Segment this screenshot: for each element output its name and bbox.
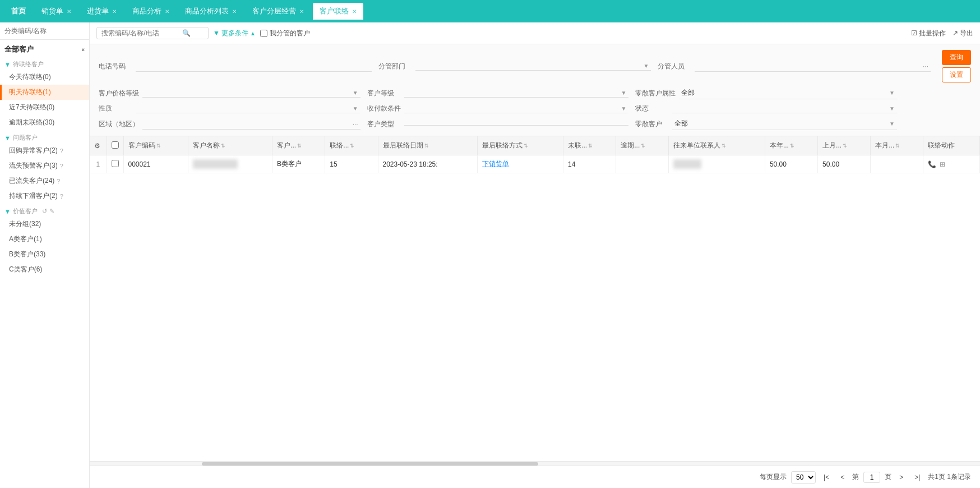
sidebar-item-class-a[interactable]: A类客户(1) [0, 232, 89, 247]
settings-button[interactable]: 设置 [942, 67, 971, 82]
sidebar-item-abnormal-repurchase[interactable]: 回购异常客户(2) ? [0, 143, 89, 158]
filter-actions: 查询 设置 [942, 50, 971, 82]
toolbar-right: ☑ 批量操作 ↗ 导出 [911, 29, 973, 38]
nav-close-icon[interactable]: ✕ [165, 8, 169, 15]
th-last-contact-date[interactable]: 最后联络日期 ⇅ [378, 136, 478, 155]
batch-icon: ☑ [911, 29, 917, 37]
th-this-year[interactable]: 本年... ⇅ [765, 136, 817, 155]
th-last-contact-method[interactable]: 最后联络方式 ⇅ [478, 136, 563, 155]
nav-close-icon[interactable]: ✕ [67, 8, 71, 15]
nature-field: 性质 ▼ [99, 104, 360, 113]
edit-icon[interactable]: ✎ [49, 208, 54, 215]
export-button[interactable]: ↗ 导出 [953, 29, 973, 38]
settings-icon: ⚙ [94, 142, 100, 150]
sidebar-item-7days-contact[interactable]: 近7天待联络(0) [0, 100, 89, 115]
th-uncontacted[interactable]: 未联... ⇅ [563, 136, 616, 155]
grid-icon[interactable]: ⊞ [940, 160, 945, 168]
search-icon[interactable]: 🔍 [182, 29, 191, 37]
nav-product-analysis[interactable]: 商品分析 ✕ [126, 3, 176, 20]
phone-icon[interactable]: 📞 [928, 160, 936, 168]
query-button[interactable]: 查询 [942, 50, 971, 65]
all-customers-header[interactable]: 全部客户 « [0, 40, 89, 57]
more-conditions-button[interactable]: ▼ 更多条件 ▲ [213, 29, 256, 38]
sidebar-item-loss-warning[interactable]: 流失预警客户(3) ? [0, 158, 89, 173]
retail-select[interactable]: 全部 ▼ [672, 118, 897, 130]
status-label: 状态 [635, 104, 669, 113]
th-settings[interactable]: ⚙ [90, 136, 107, 155]
page-size-select[interactable]: 50 [791, 471, 816, 484]
customer-level-label: 客户等级 [367, 89, 401, 98]
current-page-input[interactable] [863, 472, 880, 483]
status-select[interactable]: ▼ [672, 104, 897, 113]
th-name[interactable]: 客户名称 ⇅ [188, 136, 272, 155]
horizontal-scrollbar-area [90, 461, 980, 466]
th-last-month[interactable]: 上月... ⇅ [818, 136, 871, 155]
sort-icon: ⇅ [588, 143, 593, 149]
th-customer-type[interactable]: 客户... ⇅ [272, 136, 325, 155]
chevron-down-icon: ▼ [889, 105, 895, 112]
nav-customer-contact[interactable]: 客户联络 ✕ [313, 3, 363, 20]
customer-level-select[interactable]: ▼ [404, 89, 629, 98]
my-customers-checkbox-label[interactable]: 我分管的客户 [260, 29, 310, 38]
chevron-down-icon: ▼ [621, 105, 626, 112]
dept-select[interactable]: ▼ [415, 62, 651, 71]
th-checkbox[interactable] [107, 136, 123, 155]
row-checkbox[interactable] [112, 160, 119, 167]
phone-input[interactable] [136, 61, 372, 72]
nav-close-icon[interactable]: ✕ [352, 8, 357, 15]
next-page-button[interactable]: > [896, 472, 907, 482]
filter-row-1: 电话号码 分管部门 ▼ 分管人员 ··· 查询 设置 [99, 50, 971, 82]
last-page-button[interactable]: >| [911, 472, 923, 482]
more-icon: ··· [353, 120, 358, 128]
phone-field: 电话号码 [99, 61, 372, 72]
sort-icon: ⇅ [424, 143, 429, 149]
last-contact-method-cell[interactable]: 下销货单 [478, 155, 563, 173]
first-page-button[interactable]: |< [820, 472, 833, 482]
sidebar-item-overdue-contact[interactable]: 逾期未联络(30) [0, 115, 89, 130]
th-contact-count[interactable]: 联络... ⇅ [325, 136, 378, 155]
th-this-month[interactable]: 本月... ⇅ [871, 136, 923, 155]
nav-purchase-order[interactable]: 进货单 ✕ [80, 3, 123, 20]
payment-select[interactable]: ▼ [404, 104, 629, 113]
region-label: 区域（地区） [99, 119, 139, 129]
nav-customer-tier[interactable]: 客户分层经营 ✕ [246, 3, 311, 20]
sidebar-item-today-contact[interactable]: 今天待联络(0) [0, 70, 89, 85]
nav-close-icon[interactable]: ✕ [232, 8, 237, 15]
person-select[interactable]: ··· [695, 61, 931, 72]
nav-close-icon[interactable]: ✕ [299, 8, 304, 15]
sidebar-item-tomorrow-contact[interactable]: 明天待联络(1) [0, 85, 89, 100]
sidebar-item-class-b[interactable]: B类客户(33) [0, 247, 89, 262]
toolbar: 🔍 ▼ 更多条件 ▲ 我分管的客户 ☑ 批量操作 ↗ 导出 [90, 22, 980, 44]
contact-person-cell: 联系人 [669, 155, 765, 173]
sidebar-item-ungrouped[interactable]: 未分组(32) [0, 217, 89, 232]
nature-select[interactable]: ▼ [136, 104, 360, 113]
search-input[interactable] [101, 29, 180, 37]
sidebar-search-input[interactable] [4, 27, 89, 35]
nav-product-analysis-list[interactable]: 商品分析列表 ✕ [178, 3, 243, 20]
chevron-down-icon: ▼ [889, 121, 895, 127]
sidebar-item-lost-customers[interactable]: 已流失客户(24) ? [0, 173, 89, 188]
top-navigation: 首页 销货单 ✕ 进货单 ✕ 商品分析 ✕ 商品分析列表 ✕ 客户分层经营 ✕ … [0, 0, 980, 22]
sidebar-item-declining-customers[interactable]: 持续下滑客户(2) ? [0, 188, 89, 204]
select-all-checkbox[interactable] [112, 141, 119, 149]
refresh-icon[interactable]: ↺ [42, 208, 47, 215]
nav-home[interactable]: 首页 [4, 3, 33, 20]
th-code[interactable]: 客户编码 ⇅ [123, 136, 188, 155]
th-overdue[interactable]: 逾期... ⇅ [616, 136, 669, 155]
action-icons: 📞 ⊞ [928, 160, 975, 168]
customer-name-cell: 姓名数据 [188, 155, 272, 173]
contact-count-cell: 15 [325, 155, 378, 173]
prev-page-button[interactable]: < [837, 472, 848, 482]
nav-close-icon[interactable]: ✕ [112, 8, 117, 15]
region-select[interactable]: ··· [142, 119, 360, 130]
nav-sales-order[interactable]: 销货单 ✕ [35, 3, 78, 20]
price-level-select[interactable]: ▼ [142, 89, 360, 98]
th-contact-person[interactable]: 往来单位联系人 ⇅ [669, 136, 765, 155]
pending-contact-group: ▼ 待联络客户 [0, 57, 89, 70]
my-customers-checkbox[interactable] [260, 30, 267, 37]
retail-attr-select[interactable]: 全部 ▼ [679, 87, 897, 99]
content-area: 🔍 ▼ 更多条件 ▲ 我分管的客户 ☑ 批量操作 ↗ 导出 [90, 22, 980, 488]
customer-type-select[interactable] [404, 123, 629, 126]
batch-operation-button[interactable]: ☑ 批量操作 [911, 29, 946, 38]
sidebar-item-class-c[interactable]: C类客户(6) [0, 262, 89, 277]
